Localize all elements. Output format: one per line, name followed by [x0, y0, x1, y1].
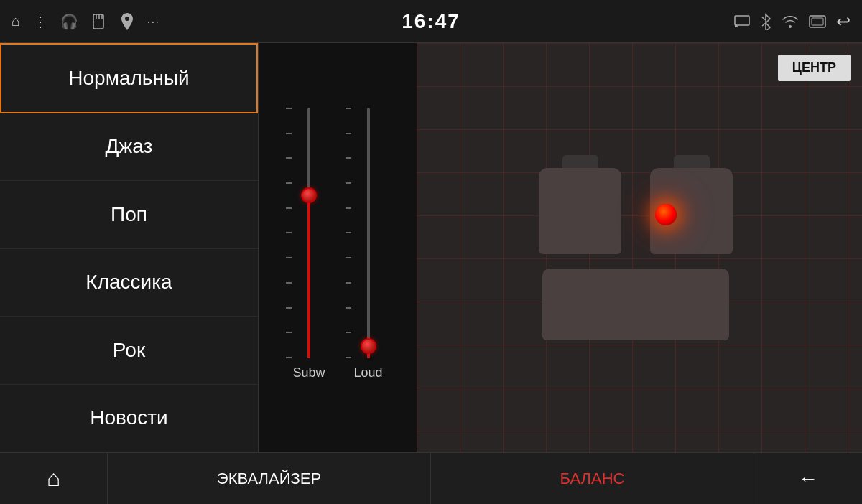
- right-panel: Subw: [259, 43, 862, 452]
- back-button[interactable]: ←: [754, 453, 862, 504]
- subw-track[interactable]: [295, 108, 323, 358]
- top-bar-left-icons: ⌂ ⋮ 🎧 ···: [11, 13, 160, 30]
- front-left-seat: [539, 155, 621, 254]
- balance-button[interactable]: БАЛАНС: [431, 453, 754, 504]
- balance-label: БАЛАНС: [560, 470, 625, 488]
- svg-rect-4: [735, 16, 749, 25]
- balance-area[interactable]: ЦЕНТР: [417, 43, 862, 452]
- svg-rect-7: [812, 18, 823, 25]
- home-bottom-icon: ⌂: [47, 465, 60, 492]
- bluetooth-icon[interactable]: [760, 13, 771, 30]
- clock: 16:47: [402, 10, 460, 33]
- menu-icon[interactable]: ⋮: [33, 13, 47, 30]
- sidebar-item-pop[interactable]: Поп: [0, 181, 258, 249]
- equalizer-button[interactable]: ЭКВАЛАЙЗЕР: [108, 453, 431, 504]
- location-icon[interactable]: [120, 13, 134, 30]
- window-icon[interactable]: [809, 15, 826, 28]
- balance-dot[interactable]: [655, 204, 677, 225]
- top-bar-right-icons: ↩: [734, 11, 851, 32]
- subw-slider[interactable]: Subw: [292, 108, 325, 381]
- subw-ticks: [286, 108, 292, 358]
- more-icon[interactable]: ···: [147, 16, 160, 27]
- equalizer-label: ЭКВАЛАЙЗЕР: [217, 470, 321, 488]
- back-label: ←: [798, 467, 818, 490]
- bottom-bar: ⌂ ЭКВАЛАЙЗЕР БАЛАНС ←: [0, 452, 862, 504]
- loud-track[interactable]: [354, 108, 383, 358]
- cast-icon[interactable]: [734, 15, 750, 28]
- loud-ticks: [346, 108, 351, 358]
- sidebar-item-jazz[interactable]: Джаз: [0, 113, 258, 182]
- center-button[interactable]: ЦЕНТР: [778, 55, 851, 81]
- back-seat: [542, 269, 729, 340]
- sliders-section: Subw: [259, 43, 417, 452]
- back-seats-row: [542, 269, 729, 340]
- wifi-icon[interactable]: [782, 15, 799, 28]
- main-content: Нормальный Джаз Поп Классика Рок Новости: [0, 43, 862, 452]
- home-icon[interactable]: ⌂: [11, 13, 20, 29]
- loud-track-bar: [367, 108, 370, 358]
- subw-track-bar: [307, 108, 310, 358]
- top-bar: ⌂ ⋮ 🎧 ··· 16:47 ↩: [0, 0, 862, 43]
- loud-slider[interactable]: Loud: [353, 108, 382, 381]
- loud-label: Loud: [353, 365, 382, 381]
- sidebar: Нормальный Джаз Поп Классика Рок Новости: [0, 43, 259, 452]
- back-icon[interactable]: ↩: [836, 11, 851, 32]
- eq-area: Subw: [259, 43, 862, 452]
- sd-card-icon[interactable]: [91, 14, 107, 29]
- subw-label: Subw: [292, 365, 325, 381]
- sidebar-item-normal[interactable]: Нормальный: [0, 43, 258, 113]
- car-interior: [417, 43, 862, 452]
- sidebar-item-news[interactable]: Новости: [0, 385, 258, 453]
- front-seats-row: [539, 155, 733, 254]
- bottom-home-button[interactable]: ⌂: [0, 453, 108, 504]
- sliders-row: Subw: [292, 108, 382, 381]
- sidebar-item-rock[interactable]: Рок: [0, 317, 258, 385]
- sidebar-item-classic[interactable]: Классика: [0, 249, 258, 317]
- headphones-icon[interactable]: 🎧: [60, 13, 78, 30]
